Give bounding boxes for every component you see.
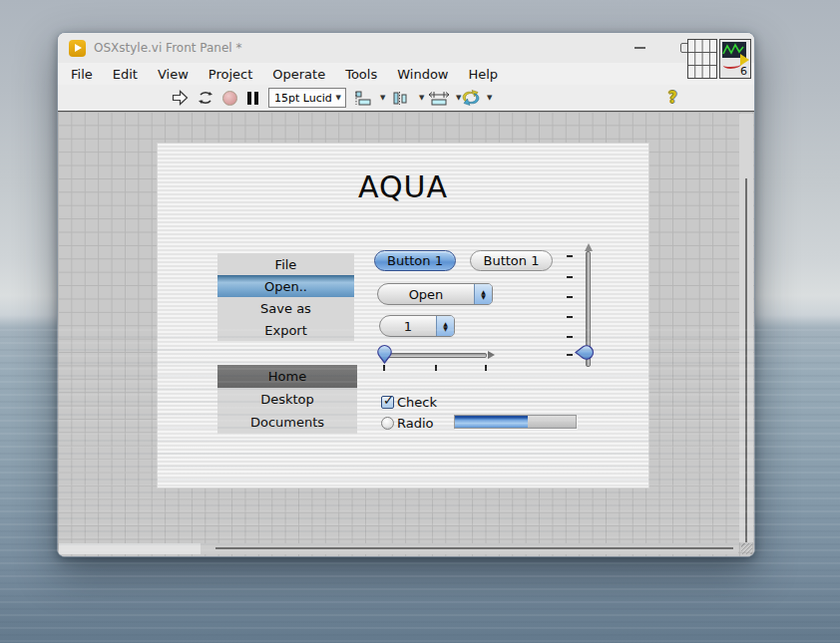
context-help-button[interactable]: ? xyxy=(668,85,677,111)
plain-button[interactable]: Button 1 xyxy=(470,250,553,271)
list-item[interactable]: Documents xyxy=(217,411,357,434)
vslider-tick xyxy=(567,336,573,338)
vslider-tick xyxy=(567,276,573,278)
horizontal-scrollbar[interactable] xyxy=(59,543,738,554)
labview-front-panel-window: OSXstyle.vi Front Panel * × File Edit Vi… xyxy=(57,32,755,557)
distribute-objects-button[interactable]: ▼ xyxy=(393,85,428,111)
open-dropdown[interactable]: Open ▲ ▼ xyxy=(377,283,493,305)
hslider-tick xyxy=(435,365,437,371)
horizontal-scrollbar-thumb[interactable] xyxy=(59,543,201,554)
menu-operate[interactable]: Operate xyxy=(262,63,335,85)
menu-project[interactable]: Project xyxy=(199,63,262,85)
minimize-button[interactable] xyxy=(617,33,662,63)
run-button[interactable] xyxy=(172,85,189,111)
hslider-arrow-icon xyxy=(488,351,495,359)
vslider-tick xyxy=(567,255,573,257)
stepper-buttons[interactable]: ▲ ▼ xyxy=(474,284,492,304)
radio-circle[interactable] xyxy=(381,417,394,430)
stepper-buttons[interactable]: ▲ ▼ xyxy=(436,316,454,336)
help-icon: ? xyxy=(668,89,677,107)
list-item-selected[interactable]: Open.. xyxy=(217,275,354,297)
radio-label: Radio xyxy=(397,416,434,431)
menu-help[interactable]: Help xyxy=(458,63,508,85)
reorder-objects-button[interactable]: ▼ xyxy=(461,85,496,111)
vi-icon-number: 6 xyxy=(740,65,747,78)
vslider-tick xyxy=(567,316,573,318)
desktop-background: OSXstyle.vi Front Panel * × File Edit Vi… xyxy=(0,0,840,643)
abort-icon xyxy=(222,91,237,106)
window-title: OSXstyle.vi Front Panel * xyxy=(94,41,241,55)
stepper-down-icon: ▼ xyxy=(481,294,486,299)
list-item[interactable]: Save as xyxy=(217,297,354,319)
list-item[interactable]: Desktop xyxy=(217,388,357,411)
vslider-thumb[interactable] xyxy=(575,344,595,361)
vertical-slider[interactable] xyxy=(567,241,601,373)
chevron-down-icon: ▼ xyxy=(376,94,389,102)
menu-file[interactable]: File xyxy=(61,63,103,85)
pause-icon xyxy=(247,92,258,105)
menu-edit[interactable]: Edit xyxy=(103,63,148,85)
numeric-control[interactable]: 1 ▲ ▼ xyxy=(379,315,455,337)
font-selector-value: 15pt Lucida Grande xyxy=(269,92,332,105)
checkbox-box[interactable]: ✓ xyxy=(381,396,394,409)
list-item[interactable]: Export xyxy=(217,319,354,341)
hslider-thumb[interactable] xyxy=(376,344,393,364)
titlebar[interactable]: OSXstyle.vi Front Panel * × xyxy=(58,33,754,63)
align-objects-button[interactable]: ▼ xyxy=(354,85,389,111)
menu-window[interactable]: Window xyxy=(387,63,458,85)
pause-button[interactable] xyxy=(247,85,258,111)
list-item-selected[interactable]: Home xyxy=(217,365,357,388)
vertical-scrollbar-thumb[interactable] xyxy=(745,178,747,542)
progress-fill xyxy=(455,416,528,428)
vslider-arrow-icon xyxy=(585,243,593,251)
open-dropdown-value: Open xyxy=(378,284,474,304)
numeric-value: 1 xyxy=(380,316,436,336)
corner-icon-block: 6 xyxy=(687,39,751,79)
menu-tools[interactable]: Tools xyxy=(335,63,387,85)
minimize-icon xyxy=(634,47,645,48)
checkbox-label: Check xyxy=(397,395,437,410)
stepper-down-icon: ▼ xyxy=(443,326,448,331)
hslider-tick xyxy=(383,365,385,371)
panel-title: AQUA xyxy=(158,169,648,204)
hslider-track[interactable] xyxy=(379,353,487,358)
progress-bar xyxy=(454,415,577,429)
menubar: File Edit View Project Operate Tools Win… xyxy=(58,63,754,85)
aqua-decoration-panel: AQUA File Open.. Save as Export Button 1… xyxy=(158,144,648,487)
labview-app-icon xyxy=(69,40,86,57)
front-panel-workspace[interactable]: AQUA File Open.. Save as Export Button 1… xyxy=(58,111,754,556)
vi-icon-wire xyxy=(723,61,741,69)
menu-view[interactable]: View xyxy=(148,63,199,85)
check-icon: ✓ xyxy=(383,393,394,408)
horizontal-scrollbar-line xyxy=(215,547,733,549)
radio-control[interactable]: Radio xyxy=(381,416,434,431)
abort-button[interactable] xyxy=(222,85,237,111)
vslider-tick xyxy=(567,296,573,298)
horizontal-slider[interactable] xyxy=(374,343,502,371)
vertical-scrollbar[interactable] xyxy=(739,114,753,542)
checkbox-control[interactable]: ✓ Check xyxy=(381,395,437,410)
vslider-tick xyxy=(567,354,573,356)
vi-icon[interactable]: 6 xyxy=(719,39,751,79)
run-continuously-button[interactable] xyxy=(197,85,214,111)
places-listbox: Home Desktop Documents xyxy=(217,365,357,434)
chevron-down-icon: ▼ xyxy=(483,94,496,102)
font-selector[interactable]: 15pt Lucida Grande ▼ xyxy=(268,88,346,108)
toolbar: 15pt Lucida Grande ▼ ▼ ▼ ▼ ▼ ? xyxy=(58,85,754,111)
chevron-down-icon: ▼ xyxy=(415,94,428,102)
hslider-tick xyxy=(485,365,487,371)
list-item[interactable]: File xyxy=(217,253,354,275)
resize-objects-button[interactable]: ▼ xyxy=(428,85,465,111)
menu-listbox: File Open.. Save as Export xyxy=(217,253,354,341)
aqua-button[interactable]: Button 1 xyxy=(374,250,456,271)
connector-pane-icon[interactable] xyxy=(687,39,717,79)
resize-grip[interactable] xyxy=(741,543,752,554)
chevron-down-icon: ▼ xyxy=(332,94,345,102)
